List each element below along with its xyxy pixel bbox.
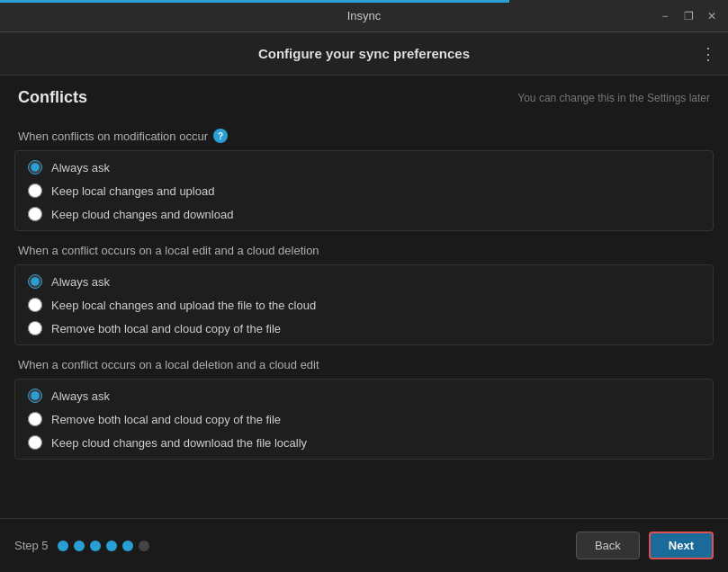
- wizard-title: Configure your sync preferences: [258, 46, 470, 61]
- option-g1o3[interactable]: Keep cloud changes and download: [28, 207, 700, 221]
- section-title: Conflicts: [18, 88, 87, 107]
- step-label: Step 5: [14, 539, 49, 552]
- option-g3o1[interactable]: Always ask: [28, 389, 700, 403]
- options-box-3: Always ask Remove both local and cloud c…: [14, 379, 714, 460]
- footer-buttons: Back Next: [576, 532, 714, 559]
- step-info: Step 5: [14, 539, 149, 552]
- help-icon-1[interactable]: ?: [213, 129, 228, 143]
- step-dots: [58, 541, 149, 551]
- app-title: Insync: [347, 9, 382, 22]
- dot-4: [106, 541, 117, 551]
- option-g3o2[interactable]: Remove both local and cloud copy of the …: [28, 412, 700, 426]
- window-controls: − ❐ ✕: [656, 7, 721, 25]
- back-button[interactable]: Back: [576, 532, 640, 559]
- next-button[interactable]: Next: [649, 532, 714, 559]
- option-g2o1[interactable]: Always ask: [28, 274, 700, 289]
- section-header: Conflicts You can change this in the Set…: [14, 76, 714, 116]
- minimize-button[interactable]: −: [656, 7, 674, 25]
- close-button[interactable]: ✕: [703, 7, 721, 25]
- question-1: When conflicts on modification occur ?: [14, 116, 714, 150]
- option-g1o2[interactable]: Keep local changes and upload: [28, 183, 700, 198]
- option-g2o2[interactable]: Keep local changes and upload the file t…: [28, 298, 700, 312]
- header-menu-button[interactable]: ⋮: [700, 44, 717, 64]
- wizard-header: Configure your sync preferences ⋮: [0, 32, 728, 76]
- option-g1o1[interactable]: Always ask: [28, 160, 700, 174]
- option-g2o3[interactable]: Remove both local and cloud copy of the …: [28, 321, 700, 335]
- question-3: When a conflict occurs on a local deleti…: [14, 345, 714, 379]
- options-box-1: Always ask Keep local changes and upload…: [14, 150, 714, 231]
- restore-button[interactable]: ❐: [679, 7, 697, 25]
- section-subtitle: You can change this in the Settings late…: [517, 92, 710, 104]
- dot-6: [139, 541, 149, 551]
- footer: Step 5 Back Next: [0, 518, 728, 572]
- dot-2: [74, 541, 85, 551]
- dot-1: [58, 541, 68, 551]
- progress-bar: [0, 0, 728, 3]
- dot-5: [122, 541, 133, 551]
- page-content: Conflicts You can change this in the Set…: [0, 76, 728, 518]
- option-g3o3[interactable]: Keep cloud changes and download the file…: [28, 435, 700, 450]
- title-bar: Insync − ❐ ✕: [0, 0, 728, 32]
- dot-3: [90, 541, 101, 551]
- question-2: When a conflict occurs on a local edit a…: [14, 231, 714, 264]
- options-box-2: Always ask Keep local changes and upload…: [14, 264, 714, 345]
